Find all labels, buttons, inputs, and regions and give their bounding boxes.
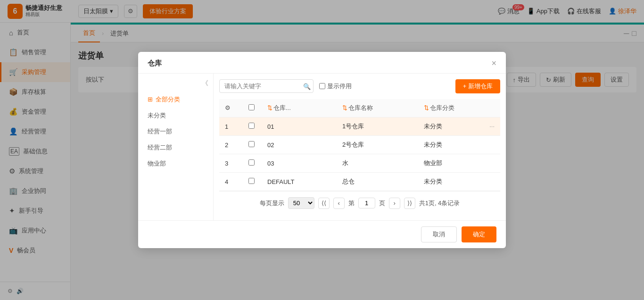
dialog-header: 仓库 × [138,52,506,74]
page-label: 第 [348,199,355,208]
category-operations2-label: 经营二部 [148,143,172,152]
category-operations1[interactable]: 经营一部 [138,124,213,140]
row-check[interactable] [243,173,262,191]
total-info: 共1页, 4条记录 [419,199,460,208]
search-input[interactable] [219,79,314,93]
page-next-btn[interactable]: › [389,198,400,209]
search-bar: 🔍 显示停用 + 新增仓库 [219,79,500,93]
per-page-label: 每页显示 [260,199,284,208]
warehouse-panel: 🔍 显示停用 + 新增仓库 ⚙ [214,74,506,221]
row-check[interactable] [243,117,262,136]
table-row[interactable]: 4 DEFAULT 总仓 未分类 [219,173,500,191]
table-row[interactable]: 1 01 1号仓库 未分类··· [219,117,500,136]
sort-icon2: ⇅ [342,104,347,111]
row-num: 2 [219,136,243,154]
row-num: 4 [219,173,243,191]
select-all-checkbox[interactable] [248,104,255,110]
row-category: 物业部 [418,154,500,173]
confirm-button[interactable]: 确定 [462,226,496,242]
row-name: 水 [337,154,418,173]
col-name: ⇅仓库名称 [337,99,418,117]
warehouse-table-wrap: ⚙ ⇅仓库... ⇅仓库名称 [219,99,500,192]
row-num: 1 [219,117,243,136]
sort-icon3: ⇅ [424,104,429,111]
row-check[interactable] [243,154,262,173]
page-first-btn[interactable]: ⟨⟨ [318,198,330,209]
new-warehouse-button[interactable]: + 新增仓库 [455,79,500,93]
table-row[interactable]: 3 03 水 物业部 [219,154,500,173]
page-prev-btn[interactable]: ‹ [333,198,345,209]
page-label2: 页 [379,199,385,208]
row-num: 3 [219,154,243,173]
row-category: 未分类 [418,173,500,191]
col-settings: ⚙ [219,99,243,117]
row-code: 03 [262,154,337,173]
dialog-close-button[interactable]: × [491,58,496,68]
row-more-icon[interactable]: ··· [489,123,495,130]
col-checkbox [243,99,262,117]
row-name: 2号仓库 [337,136,418,154]
settings-col-icon: ⚙ [225,104,231,111]
show-disabled-label[interactable]: 显示停用 [319,82,352,91]
dialog-title: 仓库 [148,59,162,68]
collapse-button[interactable]: 《 [138,79,213,92]
category-all[interactable]: ⊞ 全部分类 [138,92,213,108]
category-operations2[interactable]: 经营二部 [138,140,213,156]
row-code: DEFAULT [262,173,337,191]
cancel-button[interactable]: 取消 [421,226,457,242]
row-category: 未分类 [418,136,500,154]
search-input-wrap: 🔍 [219,79,314,93]
dialog-body: 《 ⊞ 全部分类 未分类 经营一部 经营二部 物业部 [138,74,506,221]
row-check[interactable] [243,136,262,154]
row-name: 总仓 [337,173,418,191]
search-icon[interactable]: 🔍 [303,83,311,90]
pagination: 每页显示 50 20 100 ⟨⟨ ‹ 第 页 › ⟩⟩ 共1页, 4条记录 [219,191,500,215]
table-row[interactable]: 2 02 2号仓库 未分类 [219,136,500,154]
row-code: 01 [262,117,337,136]
page-last-btn[interactable]: ⟩⟩ [404,198,415,209]
dialog-footer: 取消 确定 [138,220,506,248]
sort-icon: ⇅ [267,104,272,111]
category-property[interactable]: 物业部 [138,156,213,172]
warehouse-dialog: 仓库 × 《 ⊞ 全部分类 未分类 经营一部 经营二部 [138,52,506,249]
row-category: 未分类··· [418,117,500,136]
category-unclassified[interactable]: 未分类 [138,108,213,124]
col-code: ⇅仓库... [262,99,337,117]
grid-icon: ⊞ [148,96,153,103]
page-number-input[interactable] [358,198,375,208]
category-all-label: 全部分类 [156,95,180,104]
category-property-label: 物业部 [148,159,166,168]
row-name: 1号仓库 [337,117,418,136]
modal-overlay[interactable]: 仓库 × 《 ⊞ 全部分类 未分类 经营一部 经营二部 [0,0,644,300]
warehouse-table: ⚙ ⇅仓库... ⇅仓库名称 [219,99,500,192]
category-panel: 《 ⊞ 全部分类 未分类 经营一部 经营二部 物业部 [138,74,214,221]
show-disabled-checkbox[interactable] [319,83,325,89]
per-page-select[interactable]: 50 20 100 [288,197,314,209]
col-category: ⇅仓库分类 [418,99,500,117]
row-code: 02 [262,136,337,154]
category-unclassified-label: 未分类 [148,111,166,120]
category-operations1-label: 经营一部 [148,127,172,136]
